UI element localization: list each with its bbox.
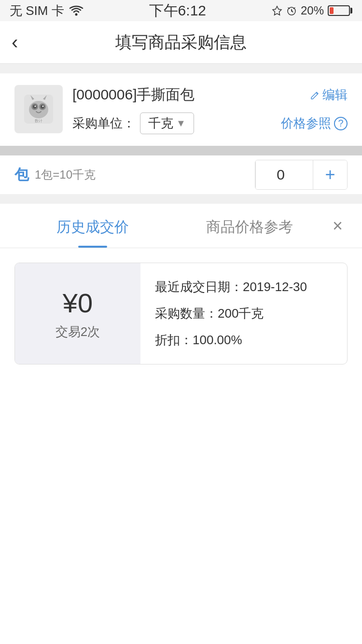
quantity-section: 包 1包=10千克 + [0,155,362,194]
package-ratio: 1包=10千克 [35,167,96,182]
product-id: [0000006] [72,86,137,102]
product-name-text: 手撕面包 [137,86,195,102]
history-quantity-row: 采购数量：200千克 [155,304,333,323]
discount-value: 100.00% [193,333,242,347]
price-ref-label: 价格参照 [281,115,331,132]
status-time: 下午6:12 [149,1,206,21]
tab-panel: 历史成交价 商品价格参考 × ¥0 交易2次 最近成交日期：2019-12-30… [0,204,362,379]
date-label: 最近成交日期： [155,280,243,294]
status-left: 无 SIM 卡 [10,2,84,19]
sim-status: 无 SIM 卡 [10,2,64,19]
svg-point-8 [35,106,36,107]
wifi-icon [69,5,84,16]
location-icon [272,5,282,16]
tab-close-button[interactable]: × [328,211,348,241]
svg-point-0 [75,14,77,16]
unit-row: 采购单位： 千克 ▼ 价格参照 ? [72,112,348,134]
quantity-detail-label: 采购数量： [155,306,218,321]
page-rest [0,379,362,644]
quantity-detail-value: 200千克 [218,306,264,321]
product-name: [0000006]手撕面包 [72,85,195,105]
help-circle-icon: ? [334,117,348,130]
quantity-controls: + [255,160,348,190]
quantity-input[interactable] [255,160,313,189]
svg-text:数计: 数计 [35,119,42,123]
discount-label: 折扣： [155,333,193,347]
edit-link[interactable]: 编辑 [310,86,348,103]
tab-product-price-ref[interactable]: 商品价格参考 [171,204,327,248]
status-bar: 无 SIM 卡 下午6:12 20% [0,0,362,21]
product-name-row: [0000006]手撕面包 编辑 [72,85,348,105]
battery-icon [328,5,352,16]
history-price-section: ¥0 交易2次 [15,263,140,364]
product-card: 数计 [0000006]手撕面包 编辑 采购单位： [0,73,362,146]
unit-left: 采购单位： 千克 ▼ [72,112,194,134]
nav-bar: ‹ 填写商品采购信息 [0,21,362,64]
back-button[interactable]: ‹ [12,31,18,53]
product-info: [0000006]手撕面包 编辑 采购单位： 千克 ▼ [72,85,348,134]
tab-underline [78,246,107,248]
quantity-label: 包 1包=10千克 [14,165,96,185]
battery-percent: 20% [301,4,324,17]
history-discount-row: 折扣：100.00% [155,331,333,350]
date-value: 2019-12-30 [243,280,307,294]
product-image: 数计 [14,85,63,133]
alarm-icon [286,5,297,16]
history-date-row: 最近成交日期：2019-12-30 [155,278,333,296]
page-title: 填写商品采购信息 [115,31,247,54]
package-icon: 包 [14,165,29,185]
tab-history-price[interactable]: 历史成交价 [14,204,171,248]
history-card: ¥0 交易2次 最近成交日期：2019-12-30 采购数量：200千克 折扣：… [14,263,348,364]
product-header: 数计 [0000006]手撕面包 编辑 采购单位： [14,85,348,134]
history-price-value: ¥0 [63,287,93,319]
unit-value: 千克 [148,115,173,132]
dropdown-arrow-icon: ▼ [176,118,186,129]
product-logo: 数计 [22,92,56,126]
quantity-plus-button[interactable]: + [313,160,347,189]
svg-point-3 [29,101,48,118]
status-right: 20% [272,4,352,17]
unit-label: 采购单位： [72,115,135,132]
history-trades-count: 交易2次 [56,323,100,340]
svg-point-9 [42,106,44,107]
tab-content: ¥0 交易2次 最近成交日期：2019-12-30 采购数量：200千克 折扣：… [0,248,362,379]
unit-select[interactable]: 千克 ▼ [140,112,194,134]
tab-header: 历史成交价 商品价格参考 × [0,204,362,248]
edit-icon [310,90,320,100]
price-ref-button[interactable]: 价格参照 ? [281,115,348,132]
gray-divider [0,146,362,155]
history-details-section: 最近成交日期：2019-12-30 采购数量：200千克 折扣：100.00% [140,263,347,364]
